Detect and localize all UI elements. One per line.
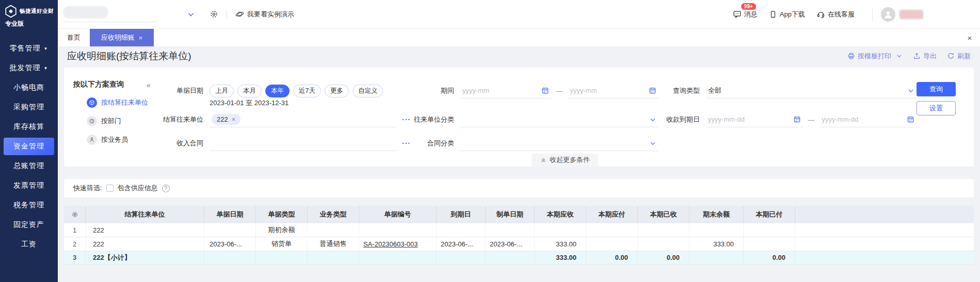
tab-home[interactable]: 首页 bbox=[58, 29, 90, 46]
sidebar-item-payroll[interactable]: 工资 bbox=[0, 235, 58, 254]
scheme-by-department[interactable]: 按部门 bbox=[87, 116, 151, 126]
col-header[interactable]: 单据日期 bbox=[204, 206, 256, 223]
settings-gear-icon[interactable] bbox=[210, 10, 218, 19]
sidebar-item-invoice[interactable]: 发票管理 bbox=[0, 176, 58, 195]
scheme-by-salesperson[interactable]: 按业务员 bbox=[87, 135, 151, 145]
calendar-icon[interactable] bbox=[793, 115, 801, 123]
sidebar-item-funds[interactable]: 资金管理 bbox=[4, 138, 54, 155]
sidebar-item-wholesale[interactable]: 批发管理▼ bbox=[0, 58, 58, 78]
search-button[interactable]: 查询 bbox=[917, 82, 956, 96]
sidebar-item-purchase[interactable]: 采购管理 bbox=[0, 97, 58, 117]
sidebar: 畅捷通好业财 专业版 零售管理▼ 批发管理▼ 小畅电商 采购管理 库存核算 资金… bbox=[0, 0, 58, 282]
col-header[interactable]: 期末余额 bbox=[689, 206, 744, 223]
period-end-input[interactable]: yyyy-mm bbox=[568, 83, 659, 98]
sidebar-nav: 零售管理▼ 批发管理▼ 小畅电商 采购管理 库存核算 资金管理 总账管理 发票管… bbox=[0, 31, 58, 254]
calendar-icon[interactable] bbox=[541, 87, 549, 94]
chevron-down-icon[interactable] bbox=[896, 53, 903, 59]
refresh-button[interactable]: 刷新 bbox=[947, 52, 971, 61]
chevron-down-icon[interactable] bbox=[649, 116, 656, 123]
pill-this-year[interactable]: 本年 bbox=[265, 85, 290, 97]
doc-no-link[interactable]: SA-20230603-003 bbox=[363, 240, 418, 248]
query-type-select[interactable]: 全部 bbox=[706, 83, 917, 98]
period-start-input[interactable]: yyyy-mm bbox=[460, 83, 551, 98]
chevron-down-icon[interactable] bbox=[907, 87, 914, 94]
col-header[interactable]: 单据编号 bbox=[359, 206, 437, 223]
sidebar-item-retail[interactable]: 零售管理▼ bbox=[0, 39, 58, 58]
app-window: 畅捷通好业财 专业版 零售管理▼ 批发管理▼ 小畅电商 采购管理 库存核算 资金… bbox=[0, 0, 980, 282]
partner-category-select[interactable] bbox=[460, 112, 658, 127]
income-contract-field[interactable] bbox=[210, 136, 397, 151]
col-header[interactable]: 制单日期 bbox=[486, 206, 535, 223]
query-type-row: 查询类型 全部 bbox=[658, 82, 917, 99]
pill-last-month[interactable]: 上月 bbox=[210, 85, 234, 97]
person-icon bbox=[87, 135, 97, 145]
contract-category-select[interactable] bbox=[460, 136, 658, 151]
print-by-template-button[interactable]: 按模板打印 bbox=[847, 52, 903, 61]
doc-date-row: 单据日期 上月 本月 本年 近7天 更多 自定义 bbox=[158, 82, 411, 99]
income-contract-more-button[interactable]: ··· bbox=[402, 139, 411, 147]
company-chevron-down-icon[interactable] bbox=[187, 10, 195, 19]
income-contract-label: 收入合同 bbox=[158, 139, 203, 148]
company-selector[interactable] bbox=[63, 6, 157, 22]
chevron-down-icon[interactable] bbox=[649, 140, 656, 147]
table-subtotal-row: 3 222【小计】 333.00 0.00 0.00 0.00 bbox=[64, 251, 974, 265]
online-support-button[interactable]: 在线客服 bbox=[816, 10, 855, 19]
quick-filter-label: 快速筛选: bbox=[73, 184, 102, 193]
chevron-down-icon: ▼ bbox=[44, 66, 49, 71]
headset-icon bbox=[816, 10, 825, 19]
collapse-more-conditions-button[interactable]: 收起更多条件 bbox=[532, 154, 598, 167]
tag-close-icon[interactable]: × bbox=[232, 115, 236, 123]
export-button[interactable]: 导出 bbox=[913, 52, 937, 61]
pill-last-7-days[interactable]: 近7天 bbox=[293, 85, 321, 97]
col-header[interactable]: 结算往来单位 bbox=[86, 206, 204, 223]
table-row[interactable]: 2 222 2023-06-... 销货单 普通销售 SA-20230603-0… bbox=[64, 237, 974, 251]
help-icon[interactable]: ? bbox=[162, 185, 170, 192]
pill-custom[interactable]: 自定义 bbox=[352, 85, 383, 97]
col-header[interactable]: 本期应付 bbox=[586, 206, 638, 223]
include-supply-checkbox[interactable] bbox=[106, 185, 114, 192]
col-header[interactable]: 业务类型 bbox=[308, 206, 359, 223]
panel-collapse-icon[interactable]: « bbox=[147, 80, 151, 89]
sidebar-item-ledger[interactable]: 总账管理 bbox=[0, 156, 58, 176]
col-header[interactable]: 本期应收 bbox=[535, 206, 586, 223]
messages-button[interactable]: 99+ 消息 bbox=[733, 10, 758, 19]
scheme-by-partner[interactable]: 按结算往来单位 bbox=[87, 97, 151, 108]
sidebar-item-tax[interactable]: 税务管理 bbox=[0, 195, 58, 215]
chevron-down-icon: ▼ bbox=[44, 46, 49, 51]
user-profile[interactable] bbox=[872, 7, 923, 22]
close-all-tabs-icon[interactable]: × bbox=[959, 29, 980, 46]
demo-link[interactable]: 我要看实例演示 bbox=[235, 10, 294, 19]
due-date-start-input[interactable]: yyyy-mm-dd bbox=[706, 112, 803, 127]
col-header[interactable]: 到期日 bbox=[437, 206, 486, 223]
sidebar-item-fixed-assets[interactable]: 固定资产 bbox=[0, 215, 58, 235]
sidebar-item-inventory[interactable]: 库存核算 bbox=[0, 117, 58, 137]
partner-more-button[interactable]: ··· bbox=[402, 115, 411, 124]
col-header[interactable]: 本期已收 bbox=[638, 206, 689, 223]
phone-icon bbox=[769, 10, 777, 19]
partner-category-label: 往来单位分类 bbox=[411, 115, 454, 124]
partner-row: 结算往来单位 222 × ··· bbox=[158, 111, 411, 128]
tab-close-icon[interactable]: × bbox=[139, 34, 143, 42]
calendar-icon[interactable] bbox=[649, 87, 656, 94]
app-download-button[interactable]: App下载 bbox=[769, 10, 805, 19]
col-header[interactable]: 本期已付 bbox=[744, 206, 795, 223]
printer-icon bbox=[847, 52, 855, 60]
calendar-icon[interactable] bbox=[907, 115, 914, 123]
pill-this-month[interactable]: 本月 bbox=[237, 85, 262, 97]
sidebar-item-ecommerce[interactable]: 小畅电商 bbox=[0, 78, 58, 97]
query-type-label: 查询类型 bbox=[658, 86, 700, 95]
table-row[interactable]: 1 222 期初余额 bbox=[64, 223, 974, 237]
partner-tag[interactable]: 222 × bbox=[212, 114, 240, 125]
tab-receivable-detail[interactable]: 应收明细账 × bbox=[90, 29, 154, 46]
query-type-value: 全部 bbox=[708, 86, 721, 95]
brand-name: 畅捷通好业财 bbox=[20, 8, 54, 15]
column-settings-gear-icon[interactable] bbox=[64, 206, 86, 223]
settings-button[interactable]: 设置 bbox=[917, 101, 956, 115]
pill-more[interactable]: 更多 bbox=[325, 85, 349, 97]
col-header[interactable]: 单据类型 bbox=[256, 206, 308, 223]
partner-field[interactable]: 222 × bbox=[210, 112, 397, 127]
planet-icon bbox=[235, 10, 244, 19]
include-supply-label: 包含供应信息 bbox=[118, 184, 158, 193]
redacted-username bbox=[899, 10, 923, 19]
due-date-end-input[interactable]: yyyy-mm-dd bbox=[820, 112, 917, 127]
